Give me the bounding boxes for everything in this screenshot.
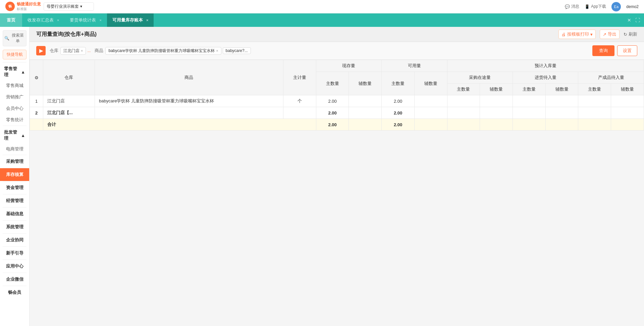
row2-incoming-aux <box>545 107 578 119</box>
tab-receive-pay-close[interactable]: × <box>57 18 59 22</box>
tab-available-stock-label: 可用量库存账本 <box>112 17 143 23</box>
th-gear[interactable]: ⚙ <box>30 60 43 95</box>
row1-current-aux <box>349 95 382 107</box>
total-col-9 <box>480 119 513 131</box>
quick-nav-button[interactable]: 快捷导航 <box>3 50 26 59</box>
brand-name: 畅捷通好生意 <box>17 2 41 6</box>
total-current-aux <box>349 119 382 131</box>
tab-order-stats-close[interactable]: × <box>99 18 101 22</box>
industry-select[interactable]: 母婴行业演示账套 ▾ <box>44 2 94 11</box>
row1-warehouse: 江北门店 <box>43 95 95 107</box>
sidebar-item-ecommerce[interactable]: 电商管理 <box>0 143 29 155</box>
filter-bar: ▶ 仓库 江北门店 × ... 商品 babycare学饮杯 儿童防摔防撞吸管杯… <box>30 42 644 60</box>
search-icon: 🔍 <box>4 36 9 41</box>
tab-order-stats[interactable]: 要货单统计表 × <box>64 13 107 27</box>
nav-expand-icon[interactable]: ⛶ <box>634 16 641 24</box>
refresh-icon: ↻ <box>624 32 627 37</box>
product-tag-1-text: babycare学饮杯 儿童防摔防撞吸管杯重力球吸嘴杯宝宝水杯 <box>108 48 215 54</box>
sidebar-item-appcenter[interactable]: 应用中心 <box>0 260 29 273</box>
search-menu-button[interactable]: 🔍 搜索菜单 <box>3 30 26 46</box>
sidebar-item-enterprise[interactable]: 企业协同 <box>0 234 29 246</box>
row1-no: 1 <box>30 95 43 107</box>
product-tag-1[interactable]: babycare学饮杯 儿童防摔防撞吸管杯重力球吸嘴杯宝宝水杯 × <box>105 47 221 55</box>
table-row: 1 江北门店 babycare学饮杯 儿童防摔防撞吸管杯重力球吸嘴杯宝宝水杯 个… <box>30 95 644 107</box>
export-icon: ↗ <box>603 32 606 37</box>
tab-available-stock[interactable]: 可用量库存账本 × <box>107 13 154 27</box>
row2-current-main: 2.00 <box>316 107 349 119</box>
sidebar-item-operations[interactable]: 经营管理 <box>0 194 29 207</box>
row2-production-main <box>578 107 611 119</box>
page-actions: 🖨 按模板打印 ▾ ↗ 导出 ↻ 刷新 <box>558 30 637 39</box>
table-row: 2 江北门店【... 2.00 2.00 <box>30 107 644 119</box>
th-current-aux-qty: 辅数量 <box>349 72 382 95</box>
brand-icon-text: 畅 <box>8 4 12 9</box>
export-button[interactable]: ↗ 导出 <box>600 30 620 39</box>
table-wrapper: ⚙ 仓库 商品 主计量 现存量 可用量 预计入库量 主数量 辅数量 主数量 辅数… <box>30 60 644 326</box>
message-label: 消息 <box>571 4 579 9</box>
brand-sub: 标准版 <box>17 7 41 11</box>
print-template-button[interactable]: 🖨 按模板打印 ▾ <box>558 30 596 39</box>
brand-info: 畅捷通好生意 标准版 <box>17 2 41 11</box>
sidebar-item-retail-stats[interactable]: 零售统计 <box>0 114 29 126</box>
total-gear <box>30 119 43 131</box>
sidebar-item-wechat[interactable]: 企业微信 <box>0 273 29 286</box>
th-production-aux: 辅数量 <box>611 84 644 95</box>
th-production: 产成品待入量 <box>578 72 644 84</box>
sidebar-item-member[interactable]: 畅会员 <box>0 286 29 299</box>
sidebar-item-purchase[interactable]: 采购管理 <box>0 155 29 168</box>
search-menu-label: 搜索菜单 <box>11 33 25 44</box>
th-purchasing: 采购在途量 <box>447 72 513 84</box>
total-current-main: 2.00 <box>316 119 349 131</box>
refresh-button[interactable]: ↻ 刷新 <box>624 31 637 37</box>
row2-purchasing-aux <box>480 107 513 119</box>
top-bar-right: 💬 消息 📱 App下载 Ea demo2 <box>565 2 639 11</box>
app-download-button[interactable]: 📱 App下载 <box>585 4 606 9</box>
message-button[interactable]: 💬 消息 <box>565 4 579 9</box>
row1-incoming-aux <box>545 95 578 107</box>
sidebar-item-finance[interactable]: 资金管理 <box>0 181 29 194</box>
row1-current-main: 2.00 <box>316 95 349 107</box>
warehouse-tag-close[interactable]: × <box>81 49 83 53</box>
warehouse-filter-label: 仓库 <box>50 48 58 54</box>
warehouse-more-btn[interactable]: ... <box>87 48 91 53</box>
sidebar-group-retail: 零售管理 ▲ 零售商城 营销推广 会员中心 零售统计 <box>0 62 29 126</box>
sidebar-group-wholesale-header[interactable]: 批发管理 ▲ <box>0 126 29 143</box>
row2-product <box>95 107 283 119</box>
retail-toggle-icon: ▲ <box>21 69 25 75</box>
sidebar-item-marketing[interactable]: 营销推广 <box>0 91 29 103</box>
filter-actions: 查询 设置 <box>592 45 637 56</box>
sidebar-item-newguide[interactable]: 新手引导 <box>0 247 29 260</box>
row2-available-main: 2.00 <box>382 107 415 119</box>
chevron-down-icon: ▾ <box>80 4 82 9</box>
top-bar: 畅 畅捷通好生意 标准版 母婴行业演示账套 ▾ 💬 消息 📱 App下载 Ea … <box>0 0 644 13</box>
user-name: demo2 <box>626 4 639 9</box>
total-col-10 <box>513 119 546 131</box>
product-tag-2[interactable]: babycare?... <box>223 47 251 54</box>
tab-home[interactable]: 首页 <box>0 13 22 27</box>
warehouse-tags: 江北门店 × ... <box>60 47 91 55</box>
query-button[interactable]: 查询 <box>592 45 614 56</box>
total-available-main: 2.00 <box>382 119 415 131</box>
sidebar-group-retail-header[interactable]: 零售管理 ▲ <box>0 62 29 80</box>
th-incoming-aux: 辅数量 <box>545 84 578 95</box>
industry-select-label: 母婴行业演示账套 <box>47 4 79 9</box>
product-tag-1-close[interactable]: × <box>216 49 218 53</box>
nav-close-icon[interactable]: ✕ <box>626 16 633 24</box>
warehouse-tag[interactable]: 江北门店 × <box>60 47 86 55</box>
export-label: 导出 <box>608 31 616 37</box>
sidebar-item-basic-info[interactable]: 基础信息 <box>0 207 29 220</box>
sidebar-item-retail-shop[interactable]: 零售商城 <box>0 80 29 91</box>
settings-button[interactable]: 设置 <box>617 45 637 56</box>
tab-receive-pay[interactable]: 收发存汇总表 × <box>22 13 64 27</box>
top-bar-left: 畅 畅捷通好生意 标准版 母婴行业演示账套 ▾ <box>5 2 94 11</box>
tab-available-stock-close[interactable]: × <box>146 18 148 22</box>
sidebar-item-system[interactable]: 系统管理 <box>0 221 29 233</box>
sidebar-item-members[interactable]: 会员中心 <box>0 103 29 114</box>
row2-current-aux <box>349 107 382 119</box>
filter-toggle-button[interactable]: ▶ <box>36 46 46 55</box>
table-header: ⚙ 仓库 商品 主计量 现存量 可用量 预计入库量 主数量 辅数量 主数量 辅数… <box>30 60 644 95</box>
refresh-label: 刷新 <box>629 31 637 37</box>
sidebar-item-inventory[interactable]: 库存核算 <box>0 168 29 181</box>
row1-product: babycare学饮杯 儿童防摔防撞吸管杯重力球吸嘴杯宝宝水杯 <box>95 95 283 107</box>
row2-available-aux <box>414 107 447 119</box>
